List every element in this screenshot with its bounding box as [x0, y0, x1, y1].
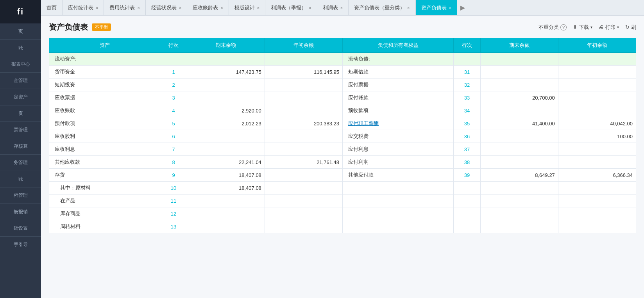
right-period [480, 66, 558, 79]
sidebar-item-inventory[interactable]: 存核算 [0, 138, 41, 155]
right-period [480, 156, 558, 169]
sidebar-item-ledger[interactable]: 账 [0, 40, 41, 56]
table-row: 货币资金 1 147,423.75 116,145.95 短期借款 31 [49, 66, 636, 79]
right-label: 其他应付款 [342, 169, 453, 182]
left-line: 1 [160, 66, 187, 79]
tab-operations[interactable]: 经营状况表 × [146, 0, 187, 16]
left-line: 6 [160, 130, 187, 143]
right-label: 应付职工薪酬 [342, 117, 453, 130]
left-line: 4 [160, 104, 187, 117]
tab-ap-stats[interactable]: 应付统计表 × [63, 0, 104, 16]
tab-close-icon[interactable]: × [96, 5, 98, 10]
right-year [558, 156, 636, 169]
left-year [265, 91, 342, 104]
page-title: 资产负债表 [49, 22, 88, 32]
right-year: 40,042.00 [558, 117, 636, 130]
tab-close-icon[interactable]: × [309, 5, 311, 10]
sidebar-item-accounts[interactable]: 账 [0, 171, 41, 187]
sidebar-item-guide[interactable]: 手引导 [0, 237, 41, 253]
sidebar-logo: fi [0, 0, 41, 23]
tab-close-icon[interactable]: × [220, 5, 223, 10]
sidebar-item-finance[interactable]: 金管理 [0, 73, 41, 89]
right-year [558, 91, 636, 104]
sidebar-item-settings[interactable]: 础设置 [0, 220, 41, 237]
right-line: 35 [454, 117, 480, 130]
tab-template[interactable]: 模版设计 × [229, 0, 265, 16]
right-year [558, 195, 636, 207]
right-year [558, 220, 636, 233]
tab-home[interactable]: 首页 [41, 0, 63, 16]
right-line: 39 [454, 169, 480, 182]
left-period: 22,241.04 [187, 156, 265, 169]
right-label [342, 220, 453, 233]
main-area: 首页 应付统计表 × 费用统计表 × 经营状况表 × 应收账龄表 × 模版设计 … [41, 0, 644, 298]
right-year [558, 66, 636, 79]
right-line [454, 182, 480, 195]
left-year [265, 169, 342, 182]
left-year: 200,383.23 [265, 117, 342, 130]
left-year: 21,761.48 [265, 156, 342, 169]
tab-expense-stats[interactable]: 费用统计表 × [104, 0, 145, 16]
table-row: 其他应收款 8 22,241.04 21,761.48 应付利润 38 [49, 156, 636, 169]
tab-profit[interactable]: 利润表 × [317, 0, 349, 16]
content-area: 资产负债表 不平衡 不重分类 ? ⬇ 下载 ▾ 🖨 打印 ▾ [41, 16, 644, 298]
right-period [480, 104, 558, 117]
section-left-year [265, 53, 342, 66]
table-row: 其中：原材料 10 18,407.08 [49, 182, 636, 195]
page-header: 资产负债表 不平衡 不重分类 ? ⬇ 下载 ▾ 🖨 打印 ▾ [49, 22, 636, 32]
left-label: 其中：原材料 [49, 182, 160, 195]
tab-balance-reclassified[interactable]: 资产负债表（重分类） × [349, 0, 415, 16]
left-label: 预付款项 [49, 117, 160, 130]
left-year [265, 220, 342, 233]
left-line: 5 [160, 117, 187, 130]
tab-close-icon[interactable]: × [407, 5, 410, 10]
refresh-icon: ↻ [625, 24, 630, 30]
download-action[interactable]: ⬇ 下载 ▾ [573, 24, 592, 31]
left-period: 18,407.08 [187, 182, 265, 195]
tab-close-icon[interactable]: × [137, 5, 140, 10]
right-year [558, 143, 636, 156]
left-period [187, 220, 265, 233]
print-action[interactable]: 🖨 打印 ▾ [599, 24, 619, 31]
left-period: 2,012.23 [187, 117, 265, 130]
sidebar-item-assets[interactable]: 定资产 [0, 89, 41, 105]
right-label [342, 182, 453, 195]
section-right-label: 流动负债: [342, 53, 453, 66]
right-year: 100.00 [558, 130, 636, 143]
sidebar-item-expense[interactable]: 畅报销 [0, 204, 41, 220]
right-label: 应付票据 [342, 79, 453, 91]
tab-ar-aging[interactable]: 应收账龄表 × [187, 0, 229, 16]
right-year [558, 182, 636, 195]
tab-close-active-icon[interactable]: × [449, 5, 451, 10]
sidebar-item-bills[interactable]: 票管理 [0, 122, 41, 138]
classify-action[interactable]: 不重分类 ? [538, 24, 567, 31]
tab-close-icon[interactable]: × [179, 5, 181, 10]
right-period [480, 220, 558, 233]
left-label: 库存商品 [49, 207, 160, 220]
sidebar-item-home[interactable]: 页 [0, 23, 41, 40]
left-line: 2 [160, 79, 187, 91]
help-icon[interactable]: ? [560, 24, 567, 30]
tab-profit-quarterly[interactable]: 利润表（季报） × [265, 0, 317, 16]
right-period [480, 182, 558, 195]
sidebar-item-reports[interactable]: 报表中心 [0, 56, 41, 73]
tab-balance[interactable]: 资产负债表 × [416, 0, 457, 16]
left-line: 9 [160, 169, 187, 182]
table-row: 存货 9 18,407.08 其他应付款 39 8,649.27 6,366.3… [49, 169, 636, 182]
tab-close-icon[interactable]: × [257, 5, 259, 10]
tab-close-icon[interactable]: × [340, 5, 343, 10]
left-period: 18,407.08 [187, 169, 265, 182]
sidebar-item-invest[interactable]: 资 [0, 105, 41, 122]
sidebar-item-tax[interactable]: 务管理 [0, 155, 41, 171]
tab-scroll-right[interactable]: ▶ [457, 4, 468, 11]
sidebar-item-archive[interactable]: 档管理 [0, 187, 41, 204]
report-table: 资产 行次 期末余额 年初余额 负债和所有者权益 行次 期末余额 年初余额 流动… [49, 38, 636, 233]
right-label [342, 207, 453, 220]
table-row: 在产品 11 [49, 195, 636, 207]
right-label: 应付利息 [342, 143, 453, 156]
unbalanced-badge: 不平衡 [92, 23, 111, 31]
right-label: 应付账款 [342, 91, 453, 104]
left-line: 13 [160, 220, 187, 233]
refresh-action[interactable]: ↻ 刷 [625, 24, 636, 31]
right-period [480, 130, 558, 143]
